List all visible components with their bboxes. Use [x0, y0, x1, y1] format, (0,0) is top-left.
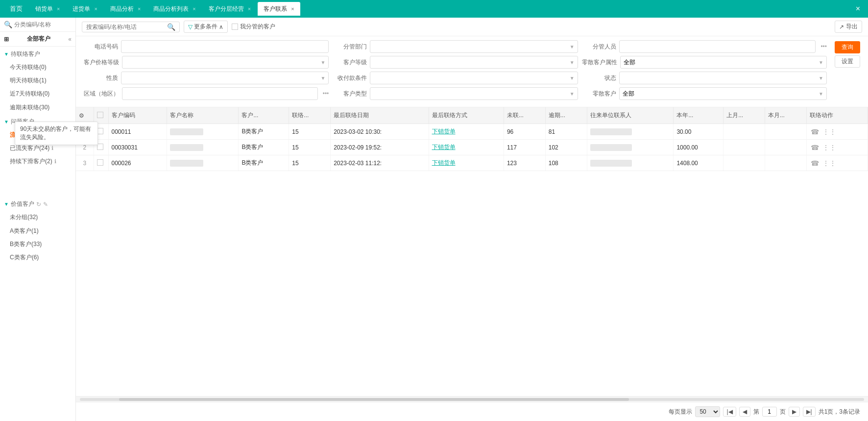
close-tab-icon[interactable]: ×	[138, 6, 141, 12]
first-page-button[interactable]: |◀	[723, 407, 736, 417]
row-name: ████████	[167, 140, 239, 155]
col-contact: 联络...	[289, 107, 331, 124]
manager-label: 分管人员	[582, 43, 616, 51]
row-checkbox[interactable]	[94, 155, 108, 171]
nav-tab-customer-contact[interactable]: 客户联系 ×	[258, 2, 300, 16]
filter-row-3: 性质 ▼ 收付款条件 ▼	[84, 72, 827, 84]
all-customers-item[interactable]: ⊞ 全部客户 «	[0, 32, 75, 47]
table-row: 2 00030031 ████████ B类客户 15 2023-02-09 1…	[76, 140, 868, 155]
edit-icon[interactable]: ✎	[43, 201, 48, 208]
sidebar-item-declining[interactable]: 持续下滑客户(2) ℹ	[0, 155, 75, 168]
close-tab-icon[interactable]: ×	[94, 6, 97, 12]
nav-tab-sales[interactable]: 销货单 ×	[29, 2, 66, 16]
col-this-year: 本年...	[674, 107, 723, 124]
search-input[interactable]	[86, 24, 167, 30]
value-section-title[interactable]: ▼ 价值客户 ↻ ✎	[0, 198, 75, 211]
contact-icon[interactable]: ☎	[811, 144, 819, 151]
last-page-button[interactable]: ▶|	[803, 407, 816, 417]
nav-tab-analysis-list[interactable]: 商品分析列表 ×	[147, 2, 201, 16]
close-tab-icon[interactable]: ×	[57, 6, 60, 12]
more-action-icon[interactable]: ⋮⋮	[822, 144, 836, 151]
nav-tab-analysis[interactable]: 商品分析 ×	[104, 2, 146, 16]
close-tab-icon[interactable]: ×	[248, 6, 251, 12]
nav-home[interactable]: 首页	[4, 4, 28, 13]
filter-lingkuan-attr: 零散客户属性 全部 ▼	[582, 56, 827, 69]
contact-icon[interactable]: ☎	[811, 128, 819, 136]
customer-grade-select[interactable]: ▼	[370, 56, 578, 69]
horizontal-scrollbar[interactable]	[76, 396, 868, 402]
lingkuan-label: 零散客户	[582, 90, 616, 98]
more-action-icon[interactable]: ⋮⋮	[822, 159, 836, 167]
sidebar-item-class-b[interactable]: B类客户(33)	[0, 238, 75, 251]
filter-customer-grade: 客户等级 ▼	[333, 56, 578, 69]
filter-region: 区域（地区） •••	[84, 87, 329, 100]
nav-tab-purchase[interactable]: 进货单 ×	[67, 2, 103, 16]
payment-select[interactable]: ▼	[370, 72, 578, 84]
sidebar-section-value: ▼ 价值客户 ↻ ✎ 未分组(32) A类客户(1) B类客户(33) C类客户…	[0, 198, 75, 264]
filter-row-1: 电话号码 分管部门 ▼ 分管人员	[84, 40, 827, 53]
row-last-method[interactable]: 下销货单	[429, 124, 504, 140]
collapse-icon[interactable]: «	[68, 36, 72, 43]
phone-input[interactable]	[121, 40, 329, 53]
dept-select[interactable]: ▼	[370, 40, 578, 53]
top-navigation: 首页 销货单 × 进货单 × 商品分析 × 商品分析列表 × 客户分层经营 × …	[0, 0, 868, 18]
export-button[interactable]: ↗ 导出	[835, 21, 862, 33]
page-input[interactable]: 1	[762, 407, 777, 417]
row-last-method[interactable]: 下销货单	[429, 140, 504, 155]
manager-select[interactable]	[619, 40, 816, 53]
prev-page-button[interactable]: ◀	[739, 407, 750, 417]
col-contact-person: 往来单位联系人	[587, 107, 674, 124]
sidebar-item-today[interactable]: 今天待联络(0)	[0, 61, 75, 74]
settings-icon[interactable]: ⚙	[79, 112, 84, 119]
row-action[interactable]: ☎ ⋮⋮	[806, 155, 868, 171]
setting-button[interactable]: 设置	[835, 55, 860, 68]
more-dots-icon[interactable]: •••	[820, 43, 827, 50]
contact-icon[interactable]: ☎	[811, 159, 819, 167]
row-last-month	[723, 155, 765, 171]
pending-section-title[interactable]: ▼ 待联络客户	[0, 48, 75, 61]
row-type: B类客户	[239, 155, 289, 171]
query-button[interactable]: 查询	[835, 41, 860, 53]
sidebar-item-7days[interactable]: 近7天待联络(0)	[0, 87, 75, 100]
close-tab-icon[interactable]: ×	[291, 6, 294, 12]
customer-type-select[interactable]: ▼	[370, 87, 578, 100]
row-code: 000026	[108, 155, 167, 171]
lingkuan-select[interactable]: 全部 ▼	[619, 87, 827, 100]
window-close-icon[interactable]: ×	[852, 4, 864, 13]
status-select[interactable]: ▼	[619, 72, 827, 84]
nature-label: 性质	[84, 74, 118, 82]
caret-down-icon: ▼	[819, 60, 823, 65]
sidebar-search-input[interactable]	[14, 21, 76, 28]
arrow-icon: ▼	[4, 201, 9, 207]
close-tab-icon[interactable]: ×	[193, 6, 195, 12]
refresh-icon[interactable]: ↻	[36, 201, 41, 208]
filter-status: 状态 ▼	[582, 72, 827, 84]
scroll-track[interactable]	[80, 398, 864, 401]
sidebar-item-ungrouped[interactable]: 未分组(32)	[0, 211, 75, 224]
customer-grade-label: 客户等级	[333, 58, 367, 67]
scroll-thumb[interactable]	[119, 398, 629, 401]
per-page-select[interactable]: 50 100	[695, 406, 720, 417]
next-page-button[interactable]: ▶	[789, 407, 800, 417]
sidebar-item-overdue[interactable]: 逾期未联络(30)	[0, 101, 75, 114]
price-grade-select[interactable]: ▼	[122, 56, 329, 69]
more-dots-icon[interactable]: •••	[323, 90, 329, 97]
nav-tab-customer-segment[interactable]: 客户分层经营 ×	[203, 2, 257, 16]
payment-label: 收付款条件	[333, 74, 367, 82]
nature-select[interactable]: ▼	[121, 72, 329, 84]
more-action-icon[interactable]: ⋮⋮	[822, 128, 836, 136]
search-button[interactable]: 🔍	[167, 23, 175, 31]
row-last-method[interactable]: 下销货单	[429, 155, 504, 171]
lingkuan-attr-select[interactable]: 全部 ▼	[620, 56, 827, 69]
header-checkbox[interactable]	[97, 112, 103, 118]
sidebar-item-class-c[interactable]: C类客户(6)	[0, 251, 75, 264]
row-action[interactable]: ☎ ⋮⋮	[806, 124, 868, 140]
my-customers-checkbox[interactable]: 我分管的客户	[232, 23, 275, 31]
main-layout: 🔍 ⊞ 全部客户 « ▼ 待联络客户 今天待联络(0) 明天待联络(1) 近7天…	[0, 18, 868, 421]
sidebar-item-class-a[interactable]: A类客户(1)	[0, 224, 75, 238]
region-select[interactable]	[122, 87, 318, 100]
more-conditions-button[interactable]: ▽ 更多条件 ∧	[184, 21, 228, 33]
checkbox-icon[interactable]	[232, 24, 238, 30]
sidebar-item-tomorrow[interactable]: 明天待联络(1)	[0, 74, 75, 87]
row-action[interactable]: ☎ ⋮⋮	[806, 140, 868, 155]
